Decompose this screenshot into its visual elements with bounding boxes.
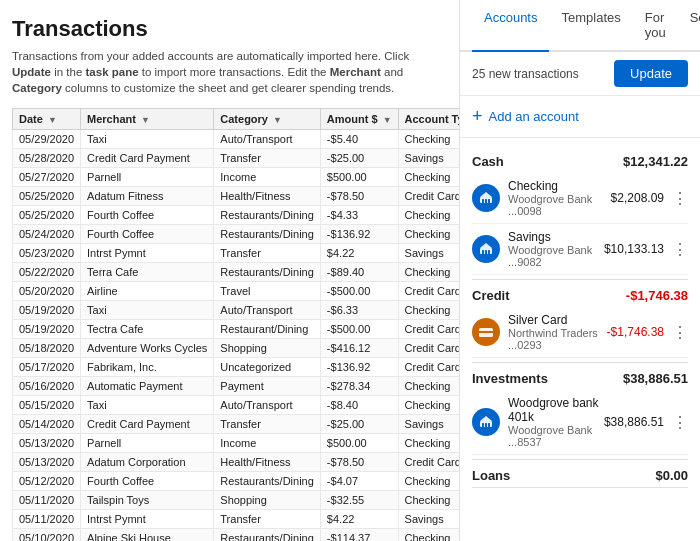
account-more-button[interactable]: ⋮	[672, 413, 688, 432]
taskpane-text: task pane	[86, 66, 139, 78]
table-row: 05/12/2020Fourth CoffeeRestaurants/Dinin…	[13, 472, 461, 491]
subtitle: Transactions from your added accounts ar…	[12, 48, 447, 96]
section-name: Cash	[472, 154, 504, 169]
account-icon	[472, 408, 500, 436]
section-total: $0.00	[655, 468, 688, 483]
col-amount[interactable]: Amount $ ▼	[320, 109, 398, 130]
table-row: 05/20/2020AirlineTravel-$500.00Credit Ca…	[13, 282, 461, 301]
svg-rect-3	[485, 199, 487, 203]
account-item: CheckingWoodgrove Bank ...0098$2,208.09⋮	[472, 173, 688, 224]
col-account-type[interactable]: Account Type ▼	[398, 109, 460, 130]
account-sub: Woodgrove Bank ...8537	[508, 424, 604, 448]
section-divider	[472, 362, 688, 363]
update-text: Update	[12, 66, 51, 78]
left-panel: Transactions Transactions from your adde…	[0, 0, 460, 541]
svg-rect-11	[479, 331, 493, 333]
svg-rect-7	[482, 250, 484, 254]
new-transactions-badge: 25 new transactions	[472, 67, 579, 81]
table-row: 05/19/2020TaxiAuto/Transport-$6.33Checki…	[13, 301, 461, 320]
account-icon	[472, 318, 500, 346]
account-info: Silver CardNorthwind Traders ...0293	[508, 313, 607, 351]
account-name: Woodgrove bank 401k	[508, 396, 604, 424]
transactions-table: Date ▼ Merchant ▼ Category ▼ Amount $ ▼ …	[12, 108, 460, 541]
table-row: 05/10/2020Alpine Ski HouseRestaurants/Di…	[13, 529, 461, 541]
table-row: 05/19/2020Tectra CafeRestaurant/Dining-$…	[13, 320, 461, 339]
table-row: 05/24/2020Fourth CoffeeRestaurants/Dinin…	[13, 225, 461, 244]
account-info: SavingsWoodgrove Bank ...9082	[508, 230, 604, 268]
table-row: 05/18/2020Adventure Works CyclesShopping…	[13, 339, 461, 358]
tab-templates[interactable]: Templates	[549, 0, 632, 52]
account-name: Silver Card	[508, 313, 607, 327]
svg-rect-14	[482, 423, 484, 427]
svg-marker-6	[480, 243, 492, 248]
account-name: Checking	[508, 179, 611, 193]
svg-rect-4	[488, 199, 490, 203]
section-total: $38,886.51	[623, 371, 688, 386]
svg-rect-2	[482, 199, 484, 203]
section-divider	[472, 459, 688, 460]
account-amount: $2,208.09	[611, 191, 664, 205]
col-merchant[interactable]: Merchant ▼	[81, 109, 214, 130]
section-divider	[472, 279, 688, 280]
account-sub: Woodgrove Bank ...0098	[508, 193, 611, 217]
right-panel: Accounts Templates For you Settings 25 n…	[460, 0, 700, 541]
tab-settings[interactable]: Settings	[678, 0, 700, 52]
add-account-label: Add an account	[489, 109, 579, 124]
account-icon	[472, 184, 500, 212]
section-header: Credit-$1,746.38	[472, 288, 688, 303]
table-row: 05/13/2020ParnellIncome$500.00Checking	[13, 434, 461, 453]
account-item: Woodgrove bank 401kWoodgrove Bank ...853…	[472, 390, 688, 455]
account-amount: $10,133.13	[604, 242, 664, 256]
section-name: Credit	[472, 288, 510, 303]
svg-marker-13	[480, 416, 492, 421]
svg-rect-9	[488, 250, 490, 254]
page-title: Transactions	[12, 16, 447, 42]
table-row: 05/25/2020Fourth CoffeeRestaurants/Dinin…	[13, 206, 461, 225]
plus-icon: +	[472, 106, 483, 127]
table-row: 05/11/2020Intrst PymntTransfer$4.22Savin…	[13, 510, 461, 529]
svg-rect-15	[485, 423, 487, 427]
section-header: Cash$12,341.22	[472, 154, 688, 169]
table-row: 05/23/2020Intrst PymntTransfer$4.22Savin…	[13, 244, 461, 263]
table-row: 05/28/2020Credit Card PaymentTransfer-$2…	[13, 149, 461, 168]
account-amount: $38,886.51	[604, 415, 664, 429]
add-account-button[interactable]: + Add an account	[460, 96, 700, 138]
svg-marker-1	[480, 192, 492, 197]
section-header: Investments$38,886.51	[472, 371, 688, 386]
section-divider	[472, 487, 688, 488]
table-row: 05/22/2020Terra CafeRestaurants/Dining-$…	[13, 263, 461, 282]
account-info: CheckingWoodgrove Bank ...0098	[508, 179, 611, 217]
account-name: Savings	[508, 230, 604, 244]
table-row: 05/11/2020Tailspin ToysShopping-$32.55Ch…	[13, 491, 461, 510]
table-row: 05/27/2020ParnellIncome$500.00Checking	[13, 168, 461, 187]
account-item: SavingsWoodgrove Bank ...9082$10,133.13⋮	[472, 224, 688, 275]
table-row: 05/17/2020Fabrikam, Inc.Uncategorized-$1…	[13, 358, 461, 377]
svg-rect-8	[485, 250, 487, 254]
account-sub: Northwind Traders ...0293	[508, 327, 607, 351]
col-date[interactable]: Date ▼	[13, 109, 81, 130]
account-icon	[472, 235, 500, 263]
section-total: $12,341.22	[623, 154, 688, 169]
col-category[interactable]: Category ▼	[214, 109, 321, 130]
table-row: 05/14/2020Credit Card PaymentTransfer-$2…	[13, 415, 461, 434]
table-row: 05/15/2020TaxiAuto/Transport-$8.40Checki…	[13, 396, 461, 415]
tabs-bar: Accounts Templates For you Settings	[460, 0, 700, 52]
account-more-button[interactable]: ⋮	[672, 323, 688, 342]
tab-accounts[interactable]: Accounts	[472, 0, 549, 52]
section-name: Loans	[472, 468, 510, 483]
tab-for-you[interactable]: For you	[633, 0, 678, 52]
section-total: -$1,746.38	[626, 288, 688, 303]
account-more-button[interactable]: ⋮	[672, 189, 688, 208]
right-header: 25 new transactions Update	[460, 52, 700, 96]
table-row: 05/16/2020Automatic PaymentPayment-$278.…	[13, 377, 461, 396]
account-item: Silver CardNorthwind Traders ...0293-$1,…	[472, 307, 688, 358]
section-header: Loans$0.00	[472, 468, 688, 483]
table-row: 05/29/2020TaxiAuto/Transport-$5.40Checki…	[13, 130, 461, 149]
table-row: 05/13/2020Adatum CorporationHealth/Fitne…	[13, 453, 461, 472]
update-button[interactable]: Update	[614, 60, 688, 87]
category-text: Category	[12, 82, 62, 94]
merchant-text: Merchant	[330, 66, 381, 78]
svg-rect-16	[488, 423, 490, 427]
accounts-scroll: Cash$12,341.22CheckingWoodgrove Bank ...…	[460, 138, 700, 541]
account-more-button[interactable]: ⋮	[672, 240, 688, 259]
